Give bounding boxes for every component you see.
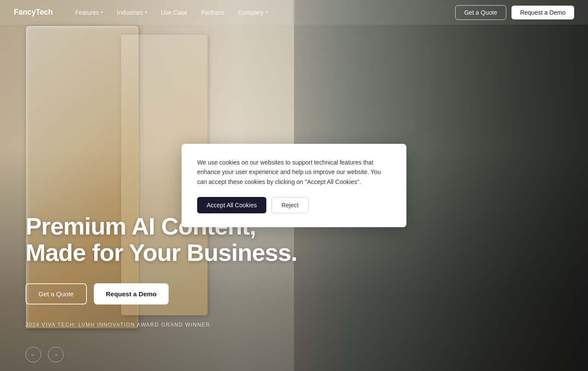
cookie-buttons: Accept All Cookies Reject: [197, 197, 391, 213]
cookie-message: We use cookies on our websites to suppor…: [197, 158, 391, 187]
cookie-banner: We use cookies on our websites to suppor…: [182, 144, 406, 227]
reject-cookies-button[interactable]: Reject: [272, 197, 309, 213]
hero-section: FancyTech Features ▾ Industries ▾ Use Ca…: [0, 0, 588, 371]
cookie-overlay: We use cookies on our websites to suppor…: [0, 0, 588, 371]
accept-cookies-button[interactable]: Accept All Cookies: [197, 197, 266, 213]
